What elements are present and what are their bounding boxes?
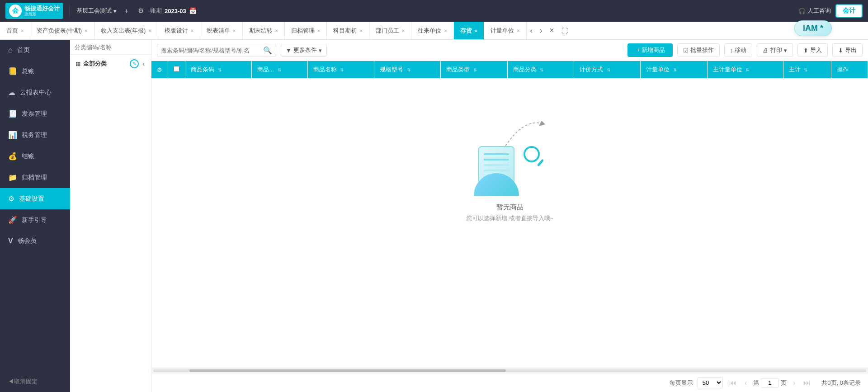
sidebar-item-home[interactable]: ⌂ 首页 [0,40,70,61]
close-period-icon: 💰 [8,152,17,161]
sidebar-item-cloud[interactable]: ☁ 云报表中心 [0,82,70,103]
tab-contacts[interactable]: 往来单位 × [411,22,453,39]
add-product-button[interactable]: + 新增商品 [627,43,672,57]
col-checkbox[interactable] [168,61,185,78]
import-button[interactable]: ⬆ 导入 [797,43,828,57]
total-records: 共0页, 0条记录 [821,379,861,387]
sidebar-item-close[interactable]: 💰 结账 [0,146,70,167]
grid-icon: ⊞ [75,61,80,67]
col-code[interactable]: 商品... ⇅ [252,61,307,78]
tab-inventory[interactable]: 存货 × [454,22,484,39]
tab-prev-button[interactable]: ‹ [527,22,536,39]
search-icon[interactable]: 🔍 [263,46,272,55]
sidebar-item-member[interactable]: V 畅会员 [0,231,70,251]
category-edit-button[interactable]: ✎ [130,59,139,68]
tab-unit-close[interactable]: × [517,28,519,33]
kuaiji-button[interactable]: 会计 [835,4,863,18]
tab-home[interactable]: 首页 × [0,22,30,39]
tab-home-close[interactable]: × [21,28,24,33]
export-button[interactable]: ⬇ 导出 [832,43,863,57]
tab-subject-close[interactable]: × [359,28,362,33]
tab-unit-label: 计量单位 [491,27,514,35]
per-page-select[interactable]: 50 10 20 100 [698,377,723,388]
scroll-thumb[interactable] [189,369,506,372]
col-operation: 操作 [831,61,868,78]
cloud-icon: ☁ [8,88,15,97]
tab-tax-close[interactable]: × [233,28,236,33]
tab-unit[interactable]: 计量单位 × [484,22,526,39]
product-search: 🔍 [157,44,276,57]
col-type[interactable]: 商品类型 ⇅ [441,61,507,78]
tab-tax[interactable]: 税表清单 × [200,22,242,39]
horizontal-scrollbar[interactable] [151,368,868,373]
unpin-label: ◀取消固定 [8,378,38,386]
tab-contacts-close[interactable]: × [444,28,447,33]
tab-dept[interactable]: 部门员工 × [369,22,411,39]
more-filter-label: 更多条件 [293,46,317,54]
col-price-method[interactable]: 计价方式 ⇅ [574,61,641,78]
sort-type-icon: ⇅ [473,67,477,72]
col-name[interactable]: 商品名称 ⇅ [307,61,374,78]
sidebar-item-invoice[interactable]: 🧾 发票管理 [0,103,70,124]
tab-dept-close[interactable]: × [402,28,405,33]
tab-income-close[interactable]: × [148,28,151,33]
move-button[interactable]: ↕ 移动 [724,43,753,57]
next-page-button[interactable]: › [791,379,797,387]
first-page-button[interactable]: ⏮ [727,379,738,387]
sidebar-item-guide[interactable]: 🚀 新手引导 [0,209,70,231]
sidebar-unpin-button[interactable]: ◀取消固定 [0,371,70,392]
tab-assets-close[interactable]: × [85,28,87,33]
batch-label: 批量操作 [690,46,714,54]
tab-next-button[interactable]: › [536,22,546,39]
export-label: 导出 [845,46,857,54]
main-layout: ⌂ 首页 📒 总账 ☁ 云报表中心 🧾 发票管理 📊 税务管理 💰 结账 📁 归… [0,40,868,392]
tab-template-close[interactable]: × [191,28,193,33]
batch-operation-button[interactable]: ☑ 批量操作 [677,43,720,57]
tab-assets[interactable]: 资产负债表(中期) × [30,22,94,39]
tab-expand-button[interactable]: ⛶ [558,22,571,39]
more-filter-button[interactable]: ▼ 更多条件 ▾ [281,44,327,57]
col-category[interactable]: 商品分类 ⇅ [507,61,574,78]
tab-subject-label: 科目期初 [333,27,357,35]
print-button[interactable]: 🖨 打印 ▾ [757,43,793,57]
col-main-unit[interactable]: 主计量单位 ⇅ [707,61,783,78]
tab-inventory-close[interactable]: × [475,28,477,33]
tab-close-all-button[interactable]: × [546,22,558,39]
product-search-input[interactable] [161,47,260,54]
sidebar-item-archive[interactable]: 📁 归档管理 [0,167,70,188]
col-settings[interactable]: ⚙ [151,61,168,78]
col-barcode[interactable]: 商品条码 ⇅ [185,61,252,78]
tab-income[interactable]: 收入支出表(年报) × [94,22,158,39]
tab-period-end-close[interactable]: × [275,28,278,33]
add-tab-button[interactable]: ＋ [121,6,132,16]
last-page-button[interactable]: ⏭ [802,379,812,387]
all-categories[interactable]: ⊞ 全部分类 ✎ ‹ [70,55,151,73]
service-button[interactable]: 🎧 人工咨询 [798,7,831,15]
category-collapse-button[interactable]: ‹ [142,59,146,68]
settings-button[interactable]: ⚙ [136,6,146,16]
tab-template[interactable]: 模版设计 × [158,22,200,39]
tab-archive-close[interactable]: × [317,28,320,33]
page-input[interactable] [761,378,779,387]
col-spec[interactable]: 规格型号 ⇅ [374,61,440,78]
col-unit[interactable]: 计量单位 ⇅ [641,61,707,78]
category-search-input[interactable] [75,44,151,51]
iam-badge[interactable]: iAM * [794,20,832,36]
tab-subject[interactable]: 科目期初 × [327,22,369,39]
tab-archive[interactable]: 归档管理 × [285,22,327,39]
tab-dept-label: 部门员工 [376,27,399,35]
prev-page-button[interactable]: ‹ [743,379,749,387]
sidebar-item-guide-label: 新手引导 [22,216,47,224]
col-extra[interactable]: 主计 ⇅ [783,61,831,78]
period-selector[interactable]: 账期 2023-03 📅 [150,7,197,15]
sidebar-item-settings[interactable]: ⚙ 基础设置 [0,188,70,209]
table-header-row: ⚙ 商品条码 ⇅ 商品... ⇅ [151,61,868,78]
tab-period-end[interactable]: 期末结转 × [243,22,285,39]
select-all-checkbox[interactable] [174,66,179,72]
company-selector[interactable]: 基层工会测试 ▾ [76,7,117,15]
archive-icon: 📁 [8,173,17,182]
sidebar-item-close-label: 结账 [22,152,34,161]
sidebar-item-ledger[interactable]: 📒 总账 [0,61,70,82]
app-logo[interactable]: 会 畅捷通好会计 旗舰版 [5,3,63,19]
sidebar-item-tax[interactable]: 📊 税务管理 [0,124,70,146]
